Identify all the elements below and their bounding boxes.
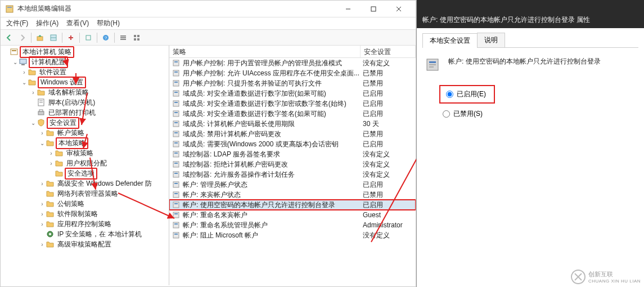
list-row[interactable]: 用户帐户控制: 只提升签名并验证的可执行文件已禁用: [169, 78, 416, 88]
row-name: 帐户: 来宾帐户状态: [183, 190, 363, 200]
menu-file[interactable]: 文件(F): [3, 17, 31, 29]
tree-item[interactable]: ›审核策略: [1, 148, 169, 158]
folder-icon: [46, 179, 55, 188]
list-row[interactable]: 域成员: 禁用计算机帐户密码更改已禁用: [169, 129, 416, 139]
svg-rect-67: [174, 234, 178, 235]
expand-icon[interactable]: ›: [30, 89, 37, 96]
tree-item[interactable]: ›高级安全 Windows Defender 防: [1, 178, 169, 189]
tree-item[interactable]: ›域名解析策略: [1, 87, 169, 97]
expand-icon[interactable]: ›: [21, 69, 28, 75]
tree-item[interactable]: 已部署的打印机: [1, 107, 169, 118]
svg-rect-34: [173, 70, 179, 76]
tab-explain[interactable]: 说明: [477, 33, 505, 47]
menu-action[interactable]: 操作(A): [33, 17, 62, 29]
radio-enabled[interactable]: 已启用(E): [443, 87, 489, 101]
expand-icon[interactable]: ›: [39, 130, 46, 136]
export-button[interactable]: [82, 32, 94, 44]
col-setting[interactable]: 安全设置: [361, 46, 416, 57]
tree-item[interactable]: 本地计算机 策略: [1, 47, 169, 57]
back-button[interactable]: [3, 32, 15, 44]
forward-button[interactable]: [16, 32, 29, 44]
folder-icon: [46, 209, 55, 218]
list-row[interactable]: 用户帐户控制: 允许 UIAccess 应用程序在不使用安全桌面...已禁用: [169, 68, 416, 78]
tree-item[interactable]: ›软件设置: [1, 67, 169, 77]
row-name: 用户帐户控制: 用于内置管理员帐户的管理员批准模式: [183, 59, 363, 68]
close-button[interactable]: [386, 1, 411, 17]
tree-item[interactable]: ›应用程序控制策略: [1, 219, 169, 229]
folder-icon: [10, 47, 19, 56]
tree-item[interactable]: ⌄安全设置: [1, 118, 169, 128]
properties-button[interactable]: [65, 32, 77, 44]
expand-icon[interactable]: ⌄: [30, 120, 37, 126]
radio-enabled-input[interactable]: [446, 91, 453, 98]
list-rows[interactable]: 用户帐户控制: 用于内置管理员帐户的管理员批准模式没有定义用户帐户控制: 允许 …: [169, 58, 416, 240]
row-setting: 已禁用: [363, 190, 383, 200]
policy-item-icon: [172, 119, 181, 128]
svg-rect-20: [137, 38, 139, 41]
radio-disabled-input[interactable]: [443, 110, 450, 118]
menu-help[interactable]: 帮助(H): [93, 17, 123, 29]
list-row[interactable]: 帐户: 来宾帐户状态已禁用: [169, 190, 416, 200]
list-row[interactable]: 帐户: 使用空密码的本地帐户只允许进行控制台登录已启用: [169, 200, 416, 210]
list-row[interactable]: 域控制器: 允许服务器操作者计划任务没有定义: [169, 169, 416, 180]
tree-item[interactable]: 脚本(启动/关机): [1, 97, 169, 107]
svg-rect-33: [174, 61, 178, 62]
expand-icon[interactable]: ⌄: [39, 140, 46, 146]
expand-icon[interactable]: ›: [39, 201, 46, 207]
minimize-button[interactable]: [335, 1, 361, 17]
tree-item[interactable]: ⌄Windows 设置: [1, 77, 169, 87]
expand-icon[interactable]: ⌄: [21, 79, 28, 86]
tree-item[interactable]: ⌄本地策略: [1, 138, 169, 148]
list-row[interactable]: 帐户: 重命名系统管理员帐户Administrator: [169, 220, 416, 230]
expand-icon[interactable]: ›: [39, 221, 46, 227]
menu-view[interactable]: 查看(V): [63, 17, 92, 29]
view-list-button[interactable]: [117, 32, 129, 44]
tree-label: 审核策略: [65, 149, 95, 158]
svg-rect-11: [86, 35, 91, 40]
expand-icon[interactable]: ⌄: [12, 59, 19, 65]
list-row[interactable]: 帐户: 阻止 Microsoft 帐户没有定义: [169, 230, 416, 240]
maximize-button[interactable]: [361, 1, 386, 17]
tree-item[interactable]: ›高级审核策略配置: [1, 239, 169, 249]
show-hide-button[interactable]: [47, 32, 60, 44]
up-button[interactable]: [34, 32, 46, 44]
tree-pane[interactable]: 本地计算机 策略⌄计算机配置›软件设置⌄Windows 设置›域名解析策略脚本(…: [1, 46, 169, 285]
list-row[interactable]: 域成员: 计算机帐户密码最长使用期限30 天: [169, 119, 416, 129]
row-name: 帐户: 管理员帐户状态: [183, 180, 363, 190]
list-row[interactable]: 域控制器: LDAP 服务器签名要求没有定义: [169, 149, 416, 159]
svg-rect-54: [173, 172, 179, 177]
list-row[interactable]: 域成员: 对安全通道数据进行数字加密(如果可能)已启用: [169, 88, 416, 98]
list-row[interactable]: 域成员: 需要强(Windows 2000 或更高版本)会话密钥已启用: [169, 139, 416, 149]
expand-icon[interactable]: ›: [48, 150, 55, 156]
help-button[interactable]: ?: [100, 32, 112, 44]
tree-item[interactable]: ⌄计算机配置: [1, 57, 169, 67]
tab-local-security[interactable]: 本地安全设置: [422, 33, 478, 48]
list-row[interactable]: 域控制器: 拒绝计算机帐户密码更改没有定义: [169, 159, 416, 169]
tree-item[interactable]: IP 安全策略，在 本地计算机: [1, 229, 169, 239]
expand-icon[interactable]: ›: [39, 211, 46, 217]
col-policy[interactable]: 策略: [169, 46, 361, 57]
radio-disabled[interactable]: 已禁用(S): [439, 107, 622, 121]
list-row[interactable]: 帐户: 重命名来宾帐户Guest: [169, 210, 416, 220]
svg-rect-3: [371, 7, 376, 11]
tree-item[interactable]: 网络列表管理器策略: [1, 189, 169, 199]
tree-item[interactable]: ›软件限制策略: [1, 209, 169, 219]
expand-icon[interactable]: ›: [48, 160, 55, 167]
tree-item[interactable]: 安全选项: [1, 168, 169, 178]
tree-item[interactable]: ›帐户策略: [1, 128, 169, 138]
list-row[interactable]: 帐户: 管理员帐户状态已启用: [169, 180, 416, 190]
view-detail-button[interactable]: [130, 32, 143, 44]
svg-rect-42: [173, 111, 179, 116]
tree-item[interactable]: ›用户权限分配: [1, 158, 169, 168]
tree-item[interactable]: ›公钥策略: [1, 199, 169, 209]
folder-icon: [37, 98, 46, 107]
svg-rect-32: [173, 60, 179, 66]
list-row[interactable]: 域成员: 对安全通道数据进行数字签名(如果可能)已启用: [169, 109, 416, 119]
row-setting: Administrator: [363, 221, 403, 229]
expand-icon[interactable]: ›: [39, 241, 46, 248]
list-row[interactable]: 用户帐户控制: 用于内置管理员帐户的管理员批准模式没有定义: [169, 58, 416, 68]
svg-rect-6: [37, 37, 43, 41]
expand-icon[interactable]: ›: [39, 181, 46, 187]
list-row[interactable]: 域成员: 对安全通道数据进行数字加密或数字签名(始终)已启用: [169, 98, 416, 109]
policy-item-icon: [172, 200, 181, 209]
